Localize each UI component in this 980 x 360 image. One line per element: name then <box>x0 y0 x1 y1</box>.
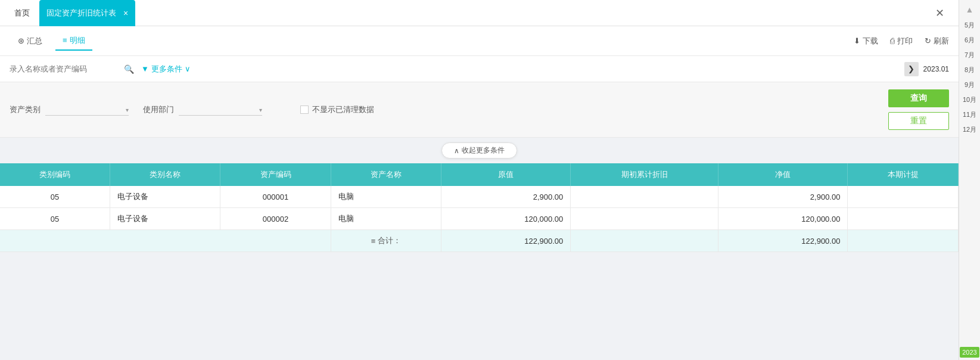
col-current-period: 本期计提 <box>848 163 959 186</box>
refresh-icon: ↻ <box>925 36 931 45</box>
table-row[interactable]: 05 电子设备 000001 电脑 2,900.00 2,900.00 <box>0 186 959 208</box>
year-badge[interactable]: 2023 <box>960 347 979 358</box>
cell-category-code: 05 <box>0 208 110 230</box>
advanced-filter-area: 资产类别 使用部门 不显示已清理数据 <box>0 82 959 138</box>
no-cleared-checkbox-item: 不显示已清理数据 <box>300 104 374 115</box>
refresh-button[interactable]: ↻ 刷新 <box>925 36 949 46</box>
cell-current-period <box>848 186 959 208</box>
cell-asset-name: 电脑 <box>331 208 441 230</box>
collapse-label: 收起更多条件 <box>462 145 505 156</box>
asset-category-label: 资产类别 <box>10 104 41 115</box>
detail-icon: ≡ <box>63 36 67 45</box>
download-button[interactable]: ⬇ 下载 <box>854 36 878 46</box>
sidebar-up-icon[interactable]: ▲ <box>966 5 974 14</box>
filter-bar: 🔍 ▼ 更多条件 ∨ ❯ 2023.01 <box>0 56 959 82</box>
tab-home[interactable]: 首页 <box>5 0 39 26</box>
total-original-value: 122,900.00 <box>441 230 571 252</box>
sidebar-month-item[interactable]: 5月 <box>963 18 976 33</box>
data-table: 类别编码 类别名称 资产编码 资产名称 原值 期初累计折旧 净值 本期计提 05… <box>0 163 959 252</box>
collapse-icon: ∧ <box>454 147 459 155</box>
cell-category-name: 电子设备 <box>110 186 220 208</box>
collapse-button[interactable]: ∧ 收起更多条件 <box>441 142 517 159</box>
cell-asset-code: 000001 <box>220 186 331 208</box>
asset-category-select[interactable] <box>45 104 129 116</box>
table-header-row: 类别编码 类别名称 资产编码 资产名称 原值 期初累计折旧 净值 本期计提 <box>0 163 959 186</box>
tab-active[interactable]: 固定资产折旧统计表 × <box>39 0 135 26</box>
col-category-code: 类别编码 <box>0 163 110 186</box>
use-department-label: 使用部门 <box>143 104 174 115</box>
collapse-row: ∧ 收起更多条件 <box>0 138 959 163</box>
cell-asset-name: 电脑 <box>331 186 441 208</box>
download-label: 下载 <box>863 36 878 46</box>
tab-summary[interactable]: ⊛ 汇总 <box>10 31 51 51</box>
cell-current-period <box>848 208 959 230</box>
asset-category-filter: 资产类别 <box>10 104 129 116</box>
search-input[interactable] <box>10 64 117 73</box>
print-button[interactable]: ⎙ 打印 <box>890 36 913 46</box>
query-button[interactable]: 查询 <box>888 89 949 107</box>
search-icon[interactable]: 🔍 <box>124 64 134 74</box>
cell-original-value: 120,000.00 <box>441 208 571 230</box>
tab-close-icon[interactable]: × <box>123 8 128 18</box>
tab-bar: 首页 固定资产折旧统计表 × ✕ <box>0 0 959 26</box>
cell-initial-depreciation <box>571 186 718 208</box>
cell-category-code: 05 <box>0 186 110 208</box>
cell-initial-depreciation <box>571 208 718 230</box>
use-department-filter: 使用部门 <box>143 104 262 116</box>
total-net-value: 122,900.00 <box>718 230 848 252</box>
filter-icon: ▼ <box>141 64 149 73</box>
col-asset-code: 资产编码 <box>220 163 331 186</box>
cell-category-name: 电子设备 <box>110 208 220 230</box>
use-department-select[interactable] <box>179 104 262 116</box>
filter-actions: 查询 重置 <box>888 89 949 130</box>
more-filter-button[interactable]: ▼ 更多条件 ∨ <box>141 64 191 75</box>
tab-active-label: 固定资产折旧统计表 <box>46 8 116 18</box>
print-icon: ⎙ <box>890 36 895 45</box>
cell-net-value: 2,900.00 <box>718 186 848 208</box>
summary-label: 汇总 <box>27 36 42 46</box>
cell-net-value: 120,000.00 <box>718 208 848 230</box>
col-original-value: 原值 <box>441 163 571 186</box>
refresh-label: 刷新 <box>934 36 949 46</box>
sidebar-month-item[interactable]: 6月 <box>963 33 976 48</box>
col-initial-depreciation: 期初累计折旧 <box>571 163 718 186</box>
cell-asset-code: 000002 <box>220 208 331 230</box>
sidebar-month-item[interactable]: 10月 <box>963 92 976 107</box>
col-asset-name: 资产名称 <box>331 163 441 186</box>
summary-icon: ⊛ <box>18 36 24 45</box>
total-initial-depreciation <box>571 230 718 252</box>
sidebar-month-item[interactable]: 7月 <box>963 48 976 63</box>
total-row: ≡合计： 122,900.00 122,900.00 <box>0 230 959 252</box>
date-display: 2023.01 <box>923 65 949 73</box>
total-label-cell <box>0 230 331 252</box>
table-wrapper: 类别编码 类别名称 资产编码 资产名称 原值 期初累计折旧 净值 本期计提 05… <box>0 163 959 360</box>
detail-label: 明细 <box>70 35 85 46</box>
date-nav-button[interactable]: ❯ <box>904 62 919 76</box>
toolbar-area: ⊛ 汇总 ≡ 明细 ⬇ 下载 ⎙ 打印 ↻ 刷新 <box>0 26 959 56</box>
total-current-period <box>848 230 959 252</box>
col-category-name: 类别名称 <box>110 163 220 186</box>
total-label: ≡合计： <box>331 230 441 252</box>
download-icon: ⬇ <box>854 36 860 45</box>
table-row[interactable]: 05 电子设备 000002 电脑 120,000.00 120,000.00 <box>0 208 959 230</box>
sidebar-month-item[interactable]: 8月 <box>963 63 976 77</box>
no-cleared-label: 不显示已清理数据 <box>312 104 374 115</box>
tab-detail[interactable]: ≡ 明细 <box>55 32 92 51</box>
window-close-button[interactable]: ✕ <box>926 7 954 20</box>
reset-button[interactable]: 重置 <box>888 112 949 130</box>
print-label: 打印 <box>897 36 913 46</box>
total-icon: ≡ <box>371 237 376 246</box>
col-net-value: 净值 <box>718 163 848 186</box>
sidebar-month-item[interactable]: 11月 <box>963 107 976 122</box>
chevron-down-icon: ∨ <box>185 64 191 73</box>
sidebar-month-item[interactable]: 12月 <box>963 122 976 137</box>
no-cleared-checkbox[interactable] <box>300 105 309 114</box>
toolbar-right: ⬇ 下载 ⎙ 打印 ↻ 刷新 <box>854 36 949 46</box>
right-sidebar: ▲ 5月6月7月8月9月10月11月12月 2023 <box>959 0 980 360</box>
more-filter-label: 更多条件 <box>151 64 182 75</box>
sidebar-month-item[interactable]: 9月 <box>963 77 976 92</box>
cell-original-value: 2,900.00 <box>441 186 571 208</box>
